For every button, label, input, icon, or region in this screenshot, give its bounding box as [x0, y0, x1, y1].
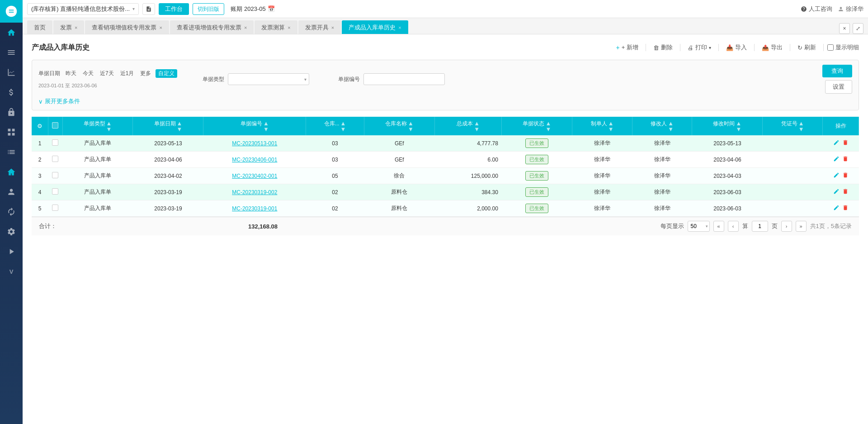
tab-invoice[interactable]: 发票 × [53, 20, 84, 34]
setting-button[interactable]: 设置 [825, 80, 852, 94]
row-delete-btn-4[interactable] [842, 205, 849, 212]
tab-purchase-vat[interactable]: 查看进项增值税专用发票 × [170, 20, 254, 34]
date-opt-today[interactable]: 今天 [81, 69, 95, 78]
col-checkbox[interactable] [48, 117, 62, 135]
switch-version-button[interactable]: 切到旧版 [193, 3, 224, 15]
num-filter-input[interactable] [363, 73, 445, 85]
tab-invoice-calc[interactable]: 发票测算 × [255, 20, 297, 34]
sidebar-item-menu1[interactable] [0, 43, 23, 62]
col-type[interactable]: 单据类型▲▼ [62, 117, 133, 135]
print-button[interactable]: 🖨 打印 ▾ [684, 42, 715, 53]
first-page-btn[interactable]: « [713, 221, 724, 232]
row-order-no-0[interactable]: MC-20230513-001 [203, 135, 306, 152]
sidebar-item-finance[interactable] [0, 82, 23, 102]
date-opt-yesterday[interactable]: 昨天 [64, 69, 78, 78]
col-total-cost[interactable]: 总成本▲▼ [434, 117, 502, 135]
settings-icon[interactable]: ⚙ [37, 123, 42, 129]
col-modify-time[interactable]: 修改时间▲▼ [692, 117, 763, 135]
date-opt-7days[interactable]: 近7天 [98, 69, 116, 78]
tab-invoice-issue[interactable]: 发票开具 × [298, 20, 341, 34]
export-button[interactable]: 📤 导出 [758, 42, 786, 53]
sidebar-item-grid[interactable] [0, 122, 23, 142]
new-button[interactable]: + + 新增 [613, 42, 642, 53]
col-creator[interactable]: 制单人▲▼ [572, 117, 632, 135]
page-input[interactable] [752, 221, 768, 232]
tab-maximize[interactable]: ⤢ [853, 23, 863, 34]
workbench-button[interactable]: 工作台 [159, 3, 189, 15]
sidebar-item-lock[interactable] [0, 102, 23, 122]
user-info[interactable]: 徐泽华 [838, 5, 863, 13]
header-checkbox[interactable] [52, 122, 58, 129]
doc-button[interactable] [142, 3, 155, 15]
sidebar-item-home[interactable] [0, 23, 23, 43]
sidebar-item-person[interactable] [0, 182, 23, 202]
row-order-no-2[interactable]: MC-20230402-001 [203, 168, 306, 184]
prev-page-btn[interactable]: ‹ [728, 221, 739, 232]
col-settings[interactable]: ⚙ [32, 117, 48, 135]
row-checkbox-input-1[interactable] [52, 156, 58, 162]
date-opt-1month[interactable]: 近1月 [118, 69, 136, 78]
row-checkbox-input-4[interactable] [52, 205, 58, 211]
row-checkbox-1[interactable] [48, 152, 62, 168]
col-warehouse-code[interactable]: 仓库...▲▼ [306, 117, 364, 135]
tab-sales-vat[interactable]: 查看销项增值税专用发票 × [85, 20, 169, 34]
type-filter-select[interactable] [228, 73, 309, 85]
help-btn[interactable]: 人工咨询 [801, 5, 832, 13]
col-order-no[interactable]: 单据编号▲▼ [203, 117, 306, 135]
row-edit-btn-2[interactable] [833, 172, 840, 180]
tab-product-inbound-close[interactable]: × [398, 25, 401, 30]
sidebar-item-warehouse[interactable] [0, 162, 23, 182]
tab-home[interactable]: 首页 [27, 20, 52, 34]
sidebar-item-play[interactable] [0, 242, 23, 262]
row-delete-btn-2[interactable] [842, 172, 849, 180]
refresh-button[interactable]: ↻ 刷新 [794, 42, 820, 53]
sidebar-item-list[interactable] [0, 142, 23, 162]
col-voucher[interactable]: 凭证号▲▼ [763, 117, 823, 135]
sidebar-item-version[interactable]: V [0, 262, 23, 281]
tab-invoice-issue-close[interactable]: × [331, 25, 334, 30]
row-edit-btn-0[interactable] [833, 139, 840, 147]
row-delete-btn-1[interactable] [842, 156, 849, 163]
expand-filter-btn[interactable]: ∨ 展开更多条件 [38, 97, 852, 105]
sidebar-item-chart[interactable] [0, 62, 23, 82]
show-detail-checkbox[interactable] [827, 44, 834, 51]
row-delete-btn-3[interactable] [842, 188, 849, 196]
row-edit-btn-3[interactable] [833, 188, 840, 196]
row-checkbox-0[interactable] [48, 135, 62, 152]
sidebar-item-settings[interactable] [0, 222, 23, 242]
row-checkbox-2[interactable] [48, 168, 62, 184]
calendar-icon[interactable]: 📅 [268, 5, 275, 12]
row-order-no-1[interactable]: MC-20230406-001 [203, 152, 306, 168]
tab-invoice-calc-close[interactable]: × [288, 25, 290, 30]
date-opt-custom[interactable]: 自定义 [156, 69, 177, 78]
col-warehouse-name[interactable]: 仓库名称▲▼ [364, 117, 434, 135]
row-order-no-4[interactable]: MC-20230319-001 [203, 200, 306, 217]
next-page-btn[interactable]: › [781, 221, 792, 232]
row-delete-btn-0[interactable] [842, 139, 849, 147]
row-edit-btn-1[interactable] [833, 156, 840, 163]
row-checkbox-input-3[interactable] [52, 188, 58, 195]
query-button[interactable]: 查询 [822, 65, 852, 77]
row-checkbox-input-2[interactable] [52, 172, 58, 178]
date-opt-more[interactable]: 更多 [138, 69, 153, 78]
row-checkbox-input-0[interactable] [52, 139, 58, 146]
import-button[interactable]: 📥 导入 [722, 42, 750, 53]
col-date[interactable]: 单据日期▲▼ [133, 117, 203, 135]
row-order-no-3[interactable]: MC-20230319-002 [203, 184, 306, 200]
app-title[interactable]: (库存核算) 直播轻纯通信息技术股份... ▾ [27, 3, 139, 15]
per-page-select[interactable]: 50 100 200 [688, 221, 710, 232]
last-page-btn[interactable]: » [796, 221, 807, 232]
tab-invoice-close[interactable]: × [75, 25, 77, 30]
tab-purchase-vat-close[interactable]: × [244, 25, 247, 30]
row-edit-btn-4[interactable] [833, 205, 840, 212]
show-detail-label[interactable]: 显示明细 [827, 43, 859, 52]
col-modifier[interactable]: 修改人▲▼ [632, 117, 692, 135]
tab-product-inbound-history[interactable]: 产成品入库单历史 × [342, 20, 408, 34]
col-status[interactable]: 单据状态▲▼ [502, 117, 572, 135]
row-checkbox-3[interactable] [48, 184, 62, 200]
tab-close-all[interactable]: × [839, 23, 850, 34]
sidebar-item-refresh[interactable] [0, 202, 23, 222]
tab-sales-vat-close[interactable]: × [159, 25, 162, 30]
row-checkbox-4[interactable] [48, 200, 62, 217]
delete-button[interactable]: 🗑 删除 [650, 42, 676, 53]
